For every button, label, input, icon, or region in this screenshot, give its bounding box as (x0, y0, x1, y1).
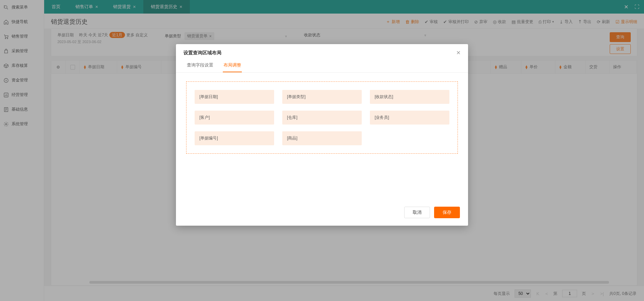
layout-field-card[interactable]: [单据类型] (282, 90, 362, 104)
layout-field-card[interactable]: [客户] (195, 111, 274, 125)
modal-close-icon[interactable]: ✕ (456, 50, 461, 56)
modal-tab[interactable]: 布局调整 (223, 62, 242, 72)
modal-overlay: 设置查询区域布局 ✕ 查询字段设置布局调整 [单据日期][单据类型][收款状态]… (0, 0, 644, 301)
layout-field-card[interactable]: [仓库] (282, 111, 362, 125)
modal-tabs: 查询字段设置布局调整 (176, 59, 468, 73)
cancel-button[interactable]: 取消 (404, 207, 430, 218)
layout-field-card[interactable]: [单据日期] (195, 90, 274, 104)
layout-field-card[interactable]: [收款状态] (370, 90, 449, 104)
layout-field-card[interactable]: [业务员] (370, 111, 449, 125)
modal-tab[interactable]: 查询字段设置 (186, 62, 214, 72)
layout-grid: [单据日期][单据类型][收款状态][客户][仓库][业务员][单据编号][商品… (186, 81, 458, 154)
modal-title: 设置查询区域布局 (183, 50, 221, 56)
save-button[interactable]: 保存 (434, 207, 460, 218)
layout-field-card[interactable]: [单据编号] (195, 131, 274, 145)
layout-field-card[interactable]: [商品] (282, 131, 362, 145)
layout-settings-modal: 设置查询区域布局 ✕ 查询字段设置布局调整 [单据日期][单据类型][收款状态]… (176, 44, 468, 226)
